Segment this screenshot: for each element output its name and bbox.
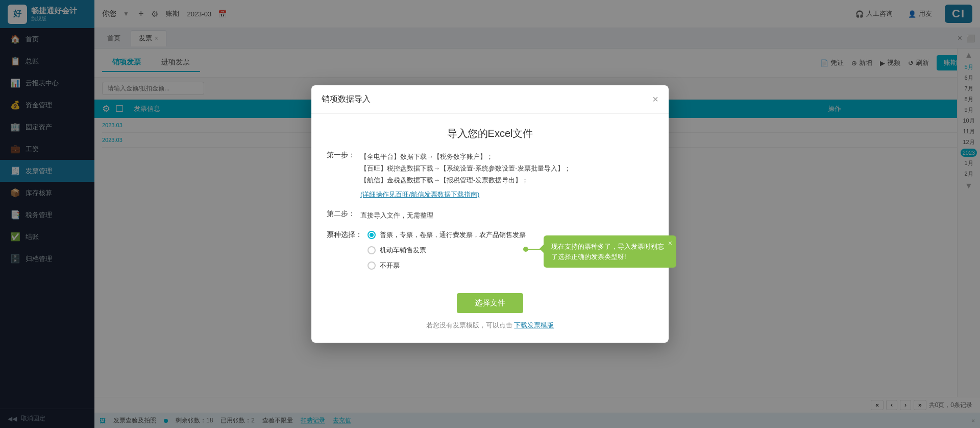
ticket-option-2[interactable]: 机动车销售发票: [368, 246, 526, 255]
modal-footer: 选择文件 若您没有发票模版，可以点击 下载发票模版: [311, 288, 669, 343]
step2-content: 直接导入文件，无需整理: [360, 209, 433, 221]
ticket-option-1[interactable]: 普票，专票，卷票，通行费发票，农产品销售发票 × 现在支持的票种多了，导入发票时…: [368, 230, 526, 240]
step2: 第二步： 直接导入文件，无需整理: [327, 209, 653, 221]
step2-label: 第二步：: [327, 209, 355, 219]
download-template-link[interactable]: 下载发票模版: [514, 321, 554, 329]
ticket-option-2-label: 机动车销售发票: [380, 246, 426, 255]
modal-body: 导入您的Excel文件 第一步： 【全电平台】数据下载→【税务数字账户】； 【百…: [311, 114, 669, 289]
ticket-option-3[interactable]: 不开票: [368, 261, 526, 270]
step1-content: 【全电平台】数据下载→【税务数字账户】； 【百旺】税控盘数据下载→【系统设置-系…: [360, 151, 571, 201]
modal-heading: 导入您的Excel文件: [327, 127, 653, 140]
radio-checked-1: [368, 231, 376, 239]
step1-line2: 【百旺】税控盘数据下载→【系统设置-系统参数设置-发票批量导入】；: [360, 162, 571, 174]
ticket-selection: 票种选择： 普票，专票，卷票，通行费发票，农产品销售发票 × 现在支持的票种多了…: [327, 230, 653, 270]
ticket-option-3-label: 不开票: [380, 261, 400, 270]
ticket-radio-group: 普票，专票，卷票，通行费发票，农产品销售发票 × 现在支持的票种多了，导入发票时…: [368, 230, 526, 270]
tooltip-close-btn[interactable]: ×: [668, 238, 672, 249]
radio-unchecked-3: [368, 261, 376, 270]
modal-overlay: 销项数据导入 × 导入您的Excel文件 第一步： 【全电平台】数据下载→【税务…: [0, 0, 980, 428]
modal-close-button[interactable]: ×: [652, 93, 658, 105]
import-modal: 销项数据导入 × 导入您的Excel文件 第一步： 【全电平台】数据下载→【税务…: [311, 85, 669, 343]
modal-title: 销项数据导入: [322, 94, 371, 105]
modal-header: 销项数据导入 ×: [311, 85, 669, 114]
footer-note: 若您没有发票模版，可以点击 下载发票模版: [426, 321, 554, 330]
step1-line1: 【全电平台】数据下载→【税务数字账户】；: [360, 151, 571, 162]
step1-guide-link[interactable]: (详细操作见百旺/航信发票数据下载指南): [360, 191, 479, 198]
tooltip-text: 现在支持的票种多了，导入发票时别忘了选择正确的发票类型呀!: [551, 243, 664, 260]
select-file-button[interactable]: 选择文件: [457, 293, 523, 313]
tooltip-bubble: × 现在支持的票种多了，导入发票时别忘了选择正确的发票类型呀!: [544, 235, 676, 268]
tooltip-line: [527, 249, 543, 250]
ticket-option-1-label: 普票，专票，卷票，通行费发票，农产品销售发票: [380, 230, 526, 240]
step1-line3: 【航信】金税盘数据下载→【报税管理-发票数据导出】；: [360, 174, 571, 186]
step1: 第一步： 【全电平台】数据下载→【税务数字账户】； 【百旺】税控盘数据下载→【系…: [327, 151, 653, 201]
ticket-label: 票种选择：: [327, 230, 362, 240]
radio-unchecked-2: [368, 246, 376, 254]
step1-label: 第一步：: [327, 151, 355, 160]
